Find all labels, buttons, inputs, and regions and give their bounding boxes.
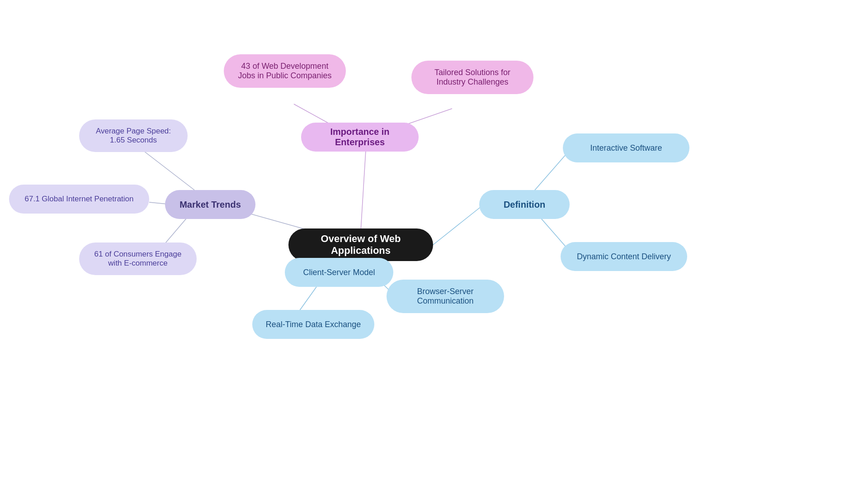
definition-node[interactable]: Definition [479,190,570,219]
tailored-solutions-node[interactable]: Tailored Solutions for Industry Challeng… [411,61,533,94]
consumers-node[interactable]: 61 of Consumers Engage with E-commerce [79,243,197,275]
svg-line-4 [361,143,366,231]
svg-line-7 [433,205,484,245]
dynamic-content-node[interactable]: Dynamic Content Delivery [561,242,687,271]
browser-server-node[interactable]: Browser-Server Communication [387,280,504,313]
importance-node[interactable]: Importance in Enterprises [301,123,419,152]
real-time-node[interactable]: Real-Time Data Exchange [252,310,374,339]
client-server-node[interactable]: Client-Server Model [285,258,393,287]
market-trends-node[interactable]: Market Trends [165,190,255,219]
svg-line-12 [298,287,316,312]
center-node[interactable]: Overview of Web Applications [288,228,433,261]
interactive-software-node[interactable]: Interactive Software [563,133,689,162]
global-internet-node[interactable]: 67.1 Global Internet Penetration [9,185,149,214]
web-dev-jobs-node[interactable]: 43 of Web Development Jobs in Public Com… [224,54,346,88]
avg-page-speed-node[interactable]: Average Page Speed: 1.65 Seconds [79,119,188,152]
